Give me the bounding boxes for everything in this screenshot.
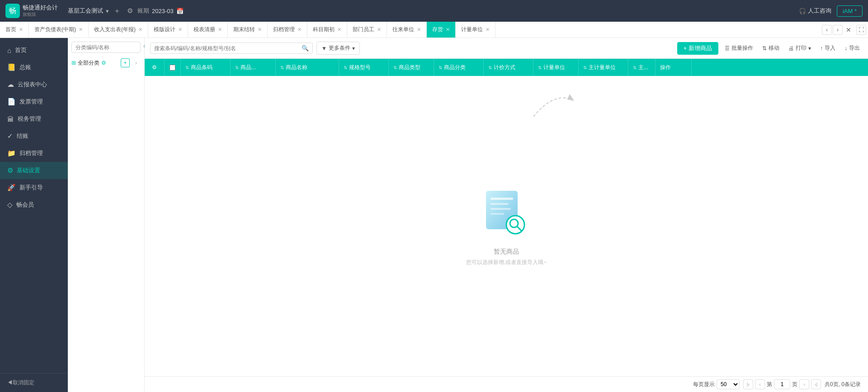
all-categories-text: 全部分类 <box>78 59 99 67</box>
print-label: 打印 <box>796 44 807 52</box>
sidebar-item-invoice[interactable]: 📄 发票管理 <box>0 93 68 110</box>
tab-subject[interactable]: 科目期初 ✕ <box>307 22 347 38</box>
tab-income[interactable]: 收入支出表(年报) ✕ <box>89 22 148 38</box>
tab-income-close[interactable]: ✕ <box>138 27 142 33</box>
settings-cog-icon[interactable]: ⚙ <box>125 7 135 15</box>
category-search[interactable]: 🔍 <box>71 42 141 53</box>
tab-tax[interactable]: 税表清册 ✕ <box>188 22 228 38</box>
tab-period-end-close[interactable]: ✕ <box>258 27 262 33</box>
move-button[interactable]: ⇅ 移动 <box>760 43 782 54</box>
category-settings-dot[interactable]: ⚙ <box>101 60 106 66</box>
first-page-btn[interactable]: |‹ <box>743 379 753 389</box>
category-action-icons: + › <box>121 58 141 67</box>
tab-template-close[interactable]: ✕ <box>178 27 182 33</box>
product-search[interactable]: 🔍 <box>150 43 313 54</box>
th-category-label: 商品分类 <box>444 64 466 71</box>
tab-archive[interactable]: 归档管理 ✕ <box>268 22 307 38</box>
th-type-label: 商品类型 <box>399 64 420 71</box>
category-collapse-btn[interactable]: › <box>132 58 141 67</box>
tab-scroll-right[interactable]: › <box>833 25 843 35</box>
sidebar-label-tax: 税务管理 <box>18 115 41 123</box>
next-page-btn[interactable]: › <box>799 379 809 389</box>
filter-button[interactable]: ▼ 更多条件 ▾ <box>316 42 360 55</box>
company-dropdown-icon[interactable]: ▾ <box>106 8 109 14</box>
iam-button[interactable]: iAM * <box>837 5 863 17</box>
sidebar-item-reports[interactable]: ☁ 云报表中心 <box>0 76 68 93</box>
sidebar-item-member[interactable]: ◇ 畅会员 <box>0 196 68 213</box>
table-scroll[interactable]: ⚙ ⇅ 商品条码 ⇅ 商品... <box>145 59 868 76</box>
tab-vendor[interactable]: 往来单位 ✕ <box>387 22 427 38</box>
th-settings[interactable]: ⚙ <box>145 59 165 76</box>
calendar-icon[interactable]: 📅 <box>176 8 184 14</box>
prev-page-btn[interactable]: ‹ <box>755 379 765 389</box>
th-unit-label: 计量单位 <box>543 64 565 71</box>
category-add-btn[interactable]: + <box>121 58 130 67</box>
header-right: 🎧 人工咨询 iAM * <box>799 5 863 17</box>
tab-expand[interactable]: ⛶ <box>856 25 866 35</box>
sidebar-item-ledger[interactable]: 📒 总账 <box>0 59 68 76</box>
last-page-btn[interactable]: ›| <box>811 379 821 389</box>
tab-unit[interactable]: 计量单位 ✕ <box>456 22 495 38</box>
support-button[interactable]: 🎧 人工咨询 <box>799 7 831 15</box>
sidebar-item-home[interactable]: ⌂ 首页 <box>0 42 68 59</box>
sidebar-unpin[interactable]: ◀取消固定 <box>0 373 68 392</box>
product-search-input[interactable] <box>154 45 302 52</box>
sort-icon-name: ⇅ <box>280 65 284 70</box>
th-barcode[interactable]: ⇅ 商品条码 <box>181 59 231 76</box>
category-all-label[interactable]: ⊞ 全部分类 ⚙ <box>71 59 106 67</box>
tab-balance-close[interactable]: ✕ <box>79 27 83 33</box>
tab-close-all[interactable]: ✕ <box>844 25 854 35</box>
sidebar-item-guide[interactable]: 🚀 新手引导 <box>0 179 68 196</box>
svg-rect-4 <box>491 203 509 205</box>
tab-vendor-label: 往来单位 <box>392 26 414 33</box>
th-code[interactable]: ⇅ 商品... <box>231 59 276 76</box>
th-extra[interactable]: ⇅ 主... <box>628 59 656 76</box>
th-category[interactable]: ⇅ 商品分类 <box>434 59 484 76</box>
per-page-dropdown[interactable]: 50 100 200 <box>717 379 740 389</box>
th-barcode-label: 商品条码 <box>191 64 212 71</box>
tab-bar: 首页 ✕ 资产负债表(中期) ✕ 收入支出表(年报) ✕ 模版设计 ✕ 税表清册… <box>0 22 868 38</box>
sidebar-item-close[interactable]: ✓ 结账 <box>0 128 68 145</box>
tab-dept[interactable]: 部门员工 ✕ <box>347 22 387 38</box>
tab-home[interactable]: 首页 ✕ <box>0 22 29 38</box>
tab-dept-close[interactable]: ✕ <box>377 27 381 33</box>
tab-inventory[interactable]: 存货 ✕ <box>427 22 456 38</box>
logo-icon: 畅 <box>5 4 20 18</box>
th-price-method[interactable]: ⇅ 计价方式 <box>484 59 533 76</box>
add-company-icon[interactable]: ＋ <box>112 6 123 16</box>
tab-archive-close[interactable]: ✕ <box>297 27 302 33</box>
th-spec[interactable]: ⇅ 规格型号 <box>339 59 389 76</box>
search-icon[interactable]: 🔍 <box>302 45 309 52</box>
company-selector[interactable]: 基层工会测试 ▾ ＋ ⚙ 账期 2023-03 📅 <box>68 6 795 16</box>
print-button[interactable]: 🖨 打印 ▾ <box>786 43 814 54</box>
sidebar-item-tax[interactable]: 🏛 税务管理 <box>0 110 68 128</box>
category-search-input[interactable] <box>75 44 143 51</box>
tab-scroll-left[interactable]: ‹ <box>822 25 832 35</box>
sidebar-item-archive[interactable]: 📁 归档管理 <box>0 145 68 162</box>
batch-ops-button[interactable]: ☰ 批量操作 <box>722 43 756 54</box>
th-name[interactable]: ⇅ 商品名称 <box>276 59 339 76</box>
import-icon: ↑ <box>820 45 823 52</box>
tab-subject-close[interactable]: ✕ <box>337 27 341 33</box>
add-label: + 新增商品 <box>684 44 712 52</box>
sort-icon-unit: ⇅ <box>538 65 542 70</box>
select-all-checkbox[interactable] <box>170 65 175 71</box>
th-unit[interactable]: ⇅ 计量单位 <box>533 59 579 76</box>
export-button[interactable]: ↓ 导出 <box>842 43 863 54</box>
tab-inventory-close[interactable]: ✕ <box>446 27 450 33</box>
th-type[interactable]: ⇅ 商品类型 <box>389 59 434 76</box>
th-checkbox[interactable] <box>165 59 181 76</box>
add-product-button[interactable]: + 新增商品 <box>677 42 718 55</box>
tab-tax-close[interactable]: ✕ <box>218 27 222 33</box>
page-input[interactable] <box>774 379 790 389</box>
tab-template[interactable]: 模版设计 ✕ <box>148 22 188 38</box>
sidebar-item-settings[interactable]: ⚙ 基础设置 <box>0 162 68 179</box>
tab-vendor-close[interactable]: ✕ <box>417 27 421 33</box>
tab-balance[interactable]: 资产负债表(中期) ✕ <box>29 22 89 38</box>
tab-period-end[interactable]: 期末结转 ✕ <box>228 22 268 38</box>
tab-home-close[interactable]: ✕ <box>19 27 23 33</box>
tab-unit-close[interactable]: ✕ <box>486 27 490 33</box>
th-main-unit[interactable]: ⇅ 主计量单位 <box>579 59 628 76</box>
import-button[interactable]: ↑ 导入 <box>817 43 838 54</box>
grid-icon: ⊞ <box>71 60 76 66</box>
